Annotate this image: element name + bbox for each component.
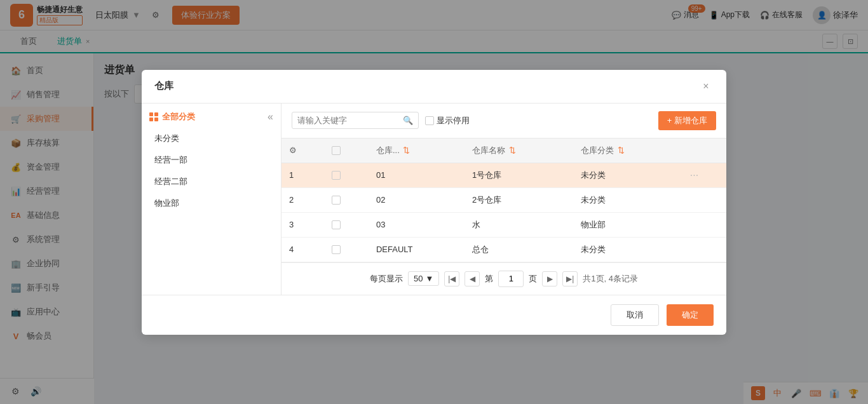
row-code: 01 [369, 163, 465, 187]
col-category: 仓库分类 ⇅ [573, 138, 682, 163]
table-row[interactable]: 4 DEFAULT 总仓 未分类 [281, 237, 726, 262]
row-category: 未分类 [573, 187, 682, 212]
row-name: 总仓 [465, 237, 573, 262]
table-row[interactable]: 1 01 1号仓库 未分类 ··· [281, 163, 726, 187]
warehouse-dialog: 仓库 × 全部分类 « 未分类 经营一部 经营二部 物业部 [142, 70, 726, 335]
page-suffix: 页 [529, 273, 537, 285]
pagination: 每页显示 50 ▼ |◀ ◀ 第 页 ▶ ▶| 共1页, 4条记录 [281, 262, 726, 295]
row-actions[interactable] [682, 187, 726, 212]
row-category: 物业部 [573, 212, 682, 237]
row-category: 未分类 [573, 163, 682, 187]
col-actions [682, 138, 726, 163]
table-row[interactable]: 2 02 2号仓库 未分类 [281, 187, 726, 212]
row-checkbox-cell [324, 237, 369, 262]
row-num: 3 [281, 212, 324, 237]
dialog-body: 全部分类 « 未分类 经营一部 经营二部 物业部 🔍 [142, 104, 726, 295]
row-name: 水 [465, 212, 573, 237]
page-label-text: 第 [485, 273, 493, 285]
table-row[interactable]: 3 03 水 物业部 [281, 212, 726, 237]
next-page-button[interactable]: ▶ [542, 271, 557, 286]
row-num: 2 [281, 187, 324, 212]
table-panel: 🔍 显示停用 + 新增仓库 ⚙ [281, 104, 726, 295]
category-item-ops1[interactable]: 经营一部 [142, 149, 281, 171]
search-wrap: 🔍 [292, 112, 419, 129]
row-num: 4 [281, 237, 324, 262]
cancel-button[interactable]: 取消 [611, 304, 659, 326]
search-input[interactable] [297, 112, 399, 128]
show-disabled-label: 显示停用 [437, 115, 470, 126]
category-item-ops2[interactable]: 经营二部 [142, 171, 281, 192]
grid-icon [149, 112, 158, 121]
all-categories[interactable]: 全部分类 [149, 111, 195, 123]
collapse-icon[interactable]: « [268, 111, 273, 123]
row-name: 1号仓库 [465, 163, 573, 187]
add-warehouse-button[interactable]: + 新增仓库 [658, 111, 716, 130]
col-checkbox [324, 138, 369, 163]
row-code: 02 [369, 187, 465, 212]
dialog-title: 仓库 [154, 80, 173, 92]
chevron-down-icon: ▼ [425, 274, 433, 283]
search-icon: 🔍 [403, 116, 413, 125]
col-code: 仓库... ⇅ [369, 138, 465, 163]
warehouse-table: ⚙ 仓库... ⇅ 仓库名称 ⇅ 仓库分类 ⇅ 1 [281, 138, 726, 262]
row-name: 2号仓库 [465, 187, 573, 212]
dialog-overlay: 仓库 × 全部分类 « 未分类 经营一部 经营二部 物业部 [0, 0, 868, 404]
confirm-button[interactable]: 确定 [667, 304, 714, 326]
category-header: 全部分类 « [142, 111, 281, 128]
row-num: 1 [281, 163, 324, 187]
row-actions[interactable] [682, 237, 726, 262]
page-number-input[interactable] [498, 271, 524, 287]
table-toolbar: 🔍 显示停用 + 新增仓库 [281, 104, 726, 138]
row-checkbox-cell [324, 187, 369, 212]
last-page-button[interactable]: ▶| [562, 271, 578, 286]
disabled-checkbox[interactable] [425, 116, 434, 125]
row-actions[interactable]: ··· [682, 163, 726, 187]
per-page-select[interactable]: 50 ▼ [408, 271, 439, 286]
row-category: 未分类 [573, 237, 682, 262]
close-button[interactable]: × [698, 79, 714, 94]
row-actions[interactable] [682, 212, 726, 237]
category-panel: 全部分类 « 未分类 经营一部 经营二部 物业部 [142, 104, 281, 295]
category-item-unclassified[interactable]: 未分类 [142, 128, 281, 149]
prev-page-button[interactable]: ◀ [465, 271, 480, 286]
show-disabled-checkbox[interactable]: 显示停用 [425, 115, 470, 126]
category-item-property[interactable]: 物业部 [142, 192, 281, 214]
first-page-button[interactable]: |◀ [444, 271, 459, 286]
dialog-footer: 取消 确定 [142, 295, 726, 335]
page-info: 共1页, 4条记录 [583, 273, 638, 285]
row-checkbox-cell [324, 163, 369, 187]
table-wrap: ⚙ 仓库... ⇅ 仓库名称 ⇅ 仓库分类 ⇅ 1 [281, 138, 726, 262]
col-name: 仓库名称 ⇅ [465, 138, 573, 163]
row-code: DEFAULT [369, 237, 465, 262]
dialog-header: 仓库 × [142, 70, 726, 104]
col-settings: ⚙ [281, 138, 324, 163]
per-page-label: 每页显示 [370, 273, 403, 285]
row-code: 03 [369, 212, 465, 237]
row-checkbox-cell [324, 212, 369, 237]
